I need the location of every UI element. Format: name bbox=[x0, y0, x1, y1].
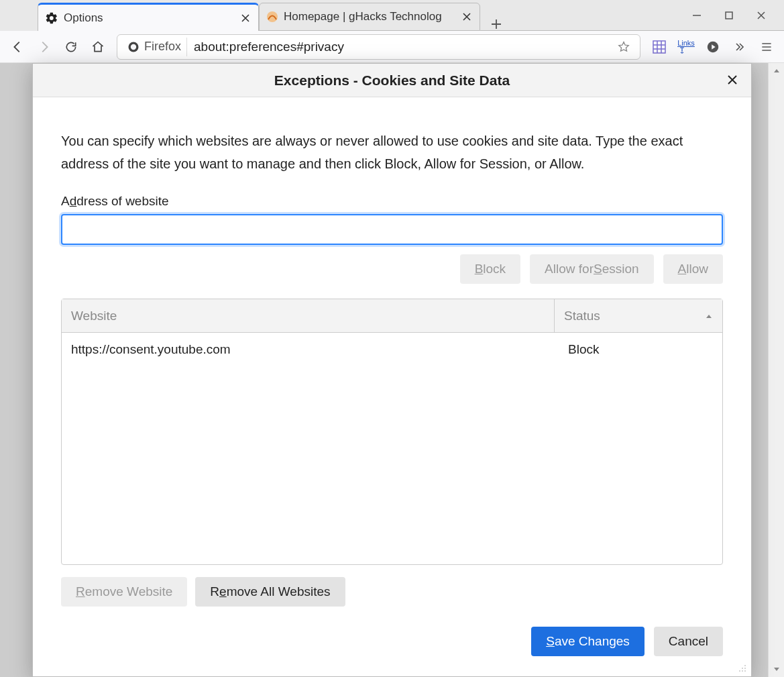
tab-title: Homepage | gHacks Technolog bbox=[284, 10, 455, 23]
col-website[interactable]: Website bbox=[62, 299, 555, 332]
close-icon[interactable] bbox=[461, 11, 473, 23]
links-extension-button[interactable]: Links bbox=[674, 35, 698, 59]
new-tab-button[interactable] bbox=[480, 18, 512, 31]
address-label: Address of website bbox=[61, 194, 723, 209]
dialog-header: Exceptions - Cookies and Site Data bbox=[33, 64, 751, 97]
reload-button[interactable] bbox=[59, 35, 83, 59]
tab-ghacks[interactable]: Homepage | gHacks Technolog bbox=[259, 3, 480, 31]
block-button[interactable]: Block bbox=[460, 254, 520, 284]
scroll-up-icon[interactable] bbox=[769, 63, 784, 79]
table-header: Website Status bbox=[62, 299, 722, 333]
exceptions-table: Website Status https://consent.youtube.c… bbox=[61, 299, 723, 565]
remove-all-button[interactable]: Remove All Websites bbox=[195, 577, 345, 607]
grid-extension-icon[interactable] bbox=[647, 35, 671, 59]
play-extension-icon[interactable] bbox=[701, 35, 725, 59]
window-controls bbox=[674, 0, 784, 31]
allow-button[interactable]: Allow bbox=[663, 254, 723, 284]
forward-button[interactable] bbox=[32, 35, 56, 59]
url-bar[interactable]: Firefox bbox=[117, 34, 640, 60]
address-input[interactable] bbox=[61, 214, 723, 245]
scrollbar[interactable] bbox=[768, 63, 784, 677]
site-favicon-icon bbox=[266, 11, 278, 23]
gear-icon bbox=[45, 11, 58, 25]
resize-grip-icon[interactable] bbox=[738, 663, 747, 672]
table-row[interactable]: https://consent.youtube.com Block bbox=[62, 333, 722, 366]
dialog-description: You can specify which websites are alway… bbox=[61, 129, 723, 175]
links-label: Links bbox=[677, 39, 695, 47]
tab-strip: Options Homepage | gHacks Technolog bbox=[0, 0, 674, 31]
minimize-button[interactable] bbox=[690, 9, 704, 22]
permission-buttons: Block Allow for Session Allow bbox=[61, 254, 723, 284]
col-status[interactable]: Status bbox=[555, 299, 722, 332]
cell-status: Block bbox=[555, 342, 722, 357]
remove-website-button[interactable]: Remove Website bbox=[61, 577, 187, 607]
tab-title: Options bbox=[64, 11, 234, 25]
hamburger-menu-button[interactable] bbox=[754, 35, 779, 59]
identity-label: Firefox bbox=[144, 40, 181, 54]
titlebar: Options Homepage | gHacks Technolog bbox=[0, 0, 784, 31]
overflow-button[interactable] bbox=[728, 35, 752, 59]
maximize-button[interactable] bbox=[722, 9, 736, 22]
scroll-down-icon[interactable] bbox=[769, 661, 784, 677]
sort-asc-icon bbox=[705, 312, 713, 320]
cancel-button[interactable]: Cancel bbox=[654, 627, 723, 656]
dialog-body: You can specify which websites are alway… bbox=[33, 97, 751, 676]
dialog-close-button[interactable] bbox=[723, 70, 742, 89]
exceptions-dialog: Exceptions - Cookies and Site Data You c… bbox=[32, 63, 752, 677]
remove-actions: Remove Website Remove All Websites bbox=[61, 577, 723, 607]
close-window-button[interactable] bbox=[754, 9, 768, 22]
url-input[interactable] bbox=[187, 40, 612, 54]
svg-point-3 bbox=[131, 44, 136, 49]
identity-box[interactable]: Firefox bbox=[121, 38, 187, 56]
navbar: Firefox Links bbox=[0, 31, 784, 63]
svg-point-0 bbox=[267, 11, 278, 22]
dialog-title: Exceptions - Cookies and Site Data bbox=[274, 72, 510, 89]
bookmark-star-icon[interactable] bbox=[612, 35, 636, 59]
cell-website: https://consent.youtube.com bbox=[62, 342, 555, 357]
svg-rect-4 bbox=[653, 41, 665, 53]
home-button[interactable] bbox=[86, 35, 110, 59]
close-icon[interactable] bbox=[239, 12, 251, 24]
svg-rect-1 bbox=[726, 12, 732, 19]
firefox-icon bbox=[127, 40, 140, 54]
back-button[interactable] bbox=[5, 35, 30, 59]
save-button[interactable]: Save Changes bbox=[531, 627, 645, 656]
dialog-footer: Save Changes Cancel bbox=[61, 627, 723, 663]
content-area: Exceptions - Cookies and Site Data You c… bbox=[0, 63, 784, 677]
allow-session-button[interactable]: Allow for Session bbox=[530, 254, 653, 284]
table-body: https://consent.youtube.com Block bbox=[62, 333, 722, 564]
tab-options[interactable]: Options bbox=[38, 3, 259, 31]
